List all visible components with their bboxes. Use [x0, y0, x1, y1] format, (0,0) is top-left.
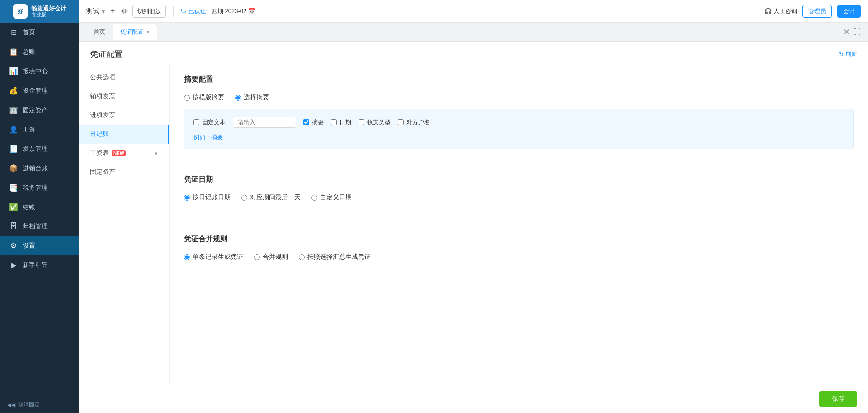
fullscreen-btn[interactable]: ⛶: [854, 27, 861, 37]
sidebar-icon-payroll: 👤: [9, 125, 18, 134]
close-window-btn[interactable]: ✕: [843, 27, 850, 37]
date-radio-group: 按日记账日期 对应期间最后一天 自定义日期: [184, 193, 854, 202]
counterpart-label: 对方户名: [406, 118, 430, 127]
income-type-checkbox[interactable]: 收支类型: [359, 118, 391, 127]
sidebar-item-tax[interactable]: 📑 税务管理: [0, 178, 79, 197]
sidebar-item-home[interactable]: ⊞ 首页: [0, 23, 79, 42]
period-last-day-radio[interactable]: 对应期间最后一天: [241, 193, 301, 202]
cancel-pin-btn[interactable]: ◀◀ 取消固定: [0, 396, 79, 413]
content-area: 首页 凭证配置 × ✕ ⛶ 凭证配置 ↻: [79, 23, 868, 413]
sidebar-item-payroll[interactable]: 👤 工资: [0, 120, 79, 139]
select-merge-radio[interactable]: 按照选择汇总生成凭证: [299, 253, 371, 261]
counterpart-input[interactable]: [398, 119, 404, 125]
sidebar-label-tax: 税务管理: [23, 184, 48, 192]
period-value: 2023-02: [225, 8, 247, 14]
template-summary-input[interactable]: [184, 95, 190, 101]
company-name: 测试: [86, 7, 99, 15]
logo-icon: 好: [13, 4, 28, 19]
certified-badge: 🛡 已认证: [181, 7, 206, 15]
tab-close-icon[interactable]: ×: [146, 29, 150, 35]
summary-config-box: 固定文本 摘要: [184, 109, 854, 149]
certified-text: 已认证: [189, 7, 206, 15]
config-layout: 公共选项 销项发票 进项发票 日记账: [79, 64, 868, 385]
merge-rule-radio[interactable]: 合并规则: [254, 253, 288, 261]
fixed-text-field[interactable]: [233, 117, 296, 128]
select-summary-label: 选择摘要: [244, 94, 269, 102]
sidebar-nav: ⊞ 首页 📋 总账 📊 报表中心 💰 资金管理 🏢 固定资产 👤 工资 🧾 发票…: [0, 23, 79, 396]
summary-checkbox[interactable]: 摘要: [303, 118, 324, 127]
company-selector[interactable]: 测试 ▾: [86, 7, 105, 15]
page-header: 凭证配置 ↻ 刷新: [79, 42, 868, 64]
date-input[interactable]: [331, 119, 337, 125]
top-right-actions: 🎧 人工咨询 管理员 会计: [764, 5, 861, 18]
sidebar-label-reports: 报表中心: [23, 67, 48, 75]
nav-diary[interactable]: 日记账: [79, 125, 169, 144]
merge-rule-input[interactable]: [254, 254, 260, 260]
fixed-text-input[interactable]: [193, 119, 199, 125]
tab-voucher-config[interactable]: 凭证配置 ×: [113, 24, 157, 40]
sidebar-icon-home: ⊞: [9, 28, 18, 37]
sidebar-item-ledger[interactable]: 📋 总账: [0, 42, 79, 61]
sidebar-item-reports[interactable]: 📊 报表中心: [0, 61, 79, 81]
sidebar-item-checkout[interactable]: ✅ 结账: [0, 197, 79, 217]
custom-date-input[interactable]: [311, 195, 317, 201]
sidebar-item-archive[interactable]: 🗄 归档管理: [0, 217, 79, 236]
period-last-day-input[interactable]: [241, 195, 247, 201]
period-last-day-label: 对应期间最后一天: [250, 193, 301, 202]
accountant-btn[interactable]: 会计: [837, 5, 861, 18]
merge-radio-group: 单条记录生成凭证 合并规则 按照选择汇总生成凭证: [184, 253, 854, 261]
refresh-btn[interactable]: ↻ 刷新: [839, 50, 857, 58]
tab-home[interactable]: 首页: [86, 24, 113, 40]
consult-btn[interactable]: 🎧 人工咨询: [764, 7, 797, 15]
select-merge-label: 按照选择汇总生成凭证: [307, 253, 371, 261]
sidebar-icon-capital: 💰: [9, 86, 18, 95]
sidebar-item-invoice[interactable]: 🧾 发票管理: [0, 139, 79, 159]
summary-section-title: 摘要配置: [184, 75, 854, 84]
sidebar-item-capital[interactable]: 💰 资金管理: [0, 81, 79, 100]
cancel-pin-label: 取消固定: [18, 401, 40, 408]
diary-date-input[interactable]: [184, 195, 190, 201]
tab-bar: 首页 凭证配置 × ✕ ⛶: [79, 23, 868, 42]
logo-line1: 畅捷通好会计: [31, 5, 66, 12]
nav-payroll-table[interactable]: 工资表 NEW ∨: [79, 144, 169, 163]
page-title: 凭证配置: [90, 49, 123, 60]
sidebar-item-guide[interactable]: ▶ 新手引导: [0, 255, 79, 275]
page-inner: 凭证配置 ↻ 刷新 公共选项: [79, 42, 868, 413]
date-section: 凭证日期 按日记账日期 对应期间最后一天: [184, 175, 854, 220]
gear-icon[interactable]: ⚙: [121, 7, 127, 15]
single-record-input[interactable]: [184, 254, 190, 260]
sidebar-label-payroll: 工资: [23, 126, 35, 134]
sidebar-item-assets[interactable]: 🏢 固定资产: [0, 100, 79, 120]
template-summary-radio[interactable]: 按模版摘要: [184, 94, 224, 102]
select-summary-radio[interactable]: 选择摘要: [235, 94, 269, 102]
calendar-icon[interactable]: 📅: [248, 8, 255, 14]
nav-fixed-assets-label: 固定资产: [90, 168, 115, 176]
sidebar-item-settings[interactable]: ⚙ 设置: [0, 236, 79, 255]
income-type-input[interactable]: [359, 119, 364, 125]
date-checkbox[interactable]: 日期: [331, 118, 351, 127]
divider: [173, 6, 174, 17]
nav-public[interactable]: 公共选项: [79, 68, 169, 87]
fixed-text-checkbox[interactable]: 固定文本: [193, 118, 226, 127]
single-record-radio[interactable]: 单条记录生成凭证: [184, 253, 243, 261]
add-icon[interactable]: +: [110, 6, 115, 16]
admin-btn[interactable]: 管理员: [802, 5, 832, 18]
merge-section-title: 凭证合并规则: [184, 235, 854, 244]
period-badge: 账期 2023-02 📅: [212, 7, 256, 15]
sidebar-label-guide: 新手引导: [23, 261, 48, 269]
nav-public-label: 公共选项: [90, 73, 115, 81]
summary-input[interactable]: [303, 119, 309, 125]
tab-home-label: 首页: [94, 28, 105, 36]
select-summary-input[interactable]: [235, 95, 241, 101]
old-version-btn[interactable]: 切到旧版: [132, 5, 166, 18]
counterpart-checkbox[interactable]: 对方户名: [398, 118, 430, 127]
nav-purchase-invoice[interactable]: 进项发票: [79, 106, 169, 125]
nav-sales-invoice[interactable]: 销项发票: [79, 87, 169, 106]
save-btn[interactable]: 保存: [819, 391, 857, 407]
page-content: 凭证配置 ↻ 刷新 公共选项: [79, 42, 868, 413]
select-merge-input[interactable]: [299, 254, 305, 260]
nav-fixed-assets[interactable]: 固定资产: [79, 163, 169, 182]
custom-date-radio[interactable]: 自定义日期: [311, 193, 352, 202]
sidebar-item-sales[interactable]: 📦 进销台账: [0, 159, 79, 178]
diary-date-radio[interactable]: 按日记账日期: [184, 193, 231, 202]
